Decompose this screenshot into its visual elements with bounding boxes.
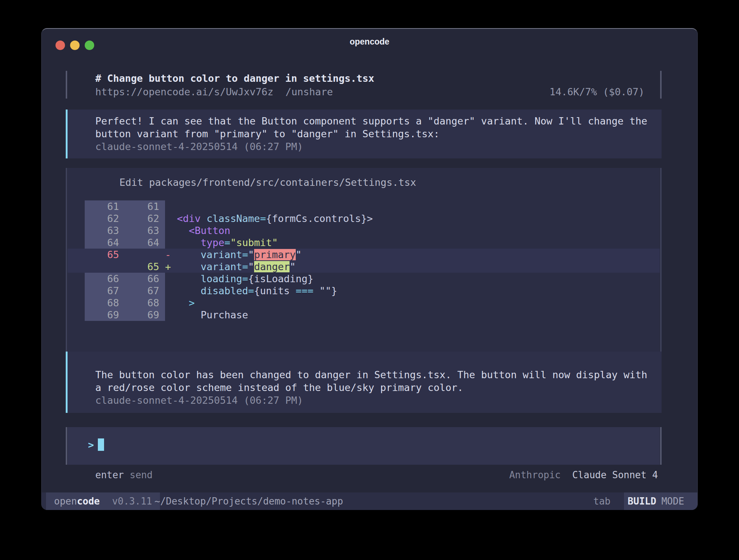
old-line-number: 67: [85, 285, 125, 297]
diff-right-rule: [660, 168, 662, 358]
new-line-number: 64: [125, 237, 165, 249]
new-line-number: 63: [125, 225, 165, 237]
old-line-number: 66: [85, 273, 125, 285]
message-meta: claude-sonnet-4-20250514 (06:27 PM): [95, 394, 662, 407]
diff-code-line: <div className={formCs.controls}>: [165, 212, 660, 225]
assistant-message: The button color has been changed to dan…: [66, 352, 662, 413]
diff-code-line: - variant="primary": [165, 249, 660, 261]
diff-code-line: + variant="danger": [165, 261, 660, 273]
mode-badge[interactable]: BUILDMODE: [624, 492, 697, 510]
old-line-number: 62: [85, 212, 125, 225]
diff-code-line: <Button: [165, 225, 660, 237]
old-line-number: 68: [85, 297, 125, 309]
session-header-left-rule: [66, 71, 67, 99]
old-line-number: 64: [85, 237, 125, 249]
app-name-code: code: [77, 496, 100, 507]
diff-rows: 61616262 <div className={formCs.controls…: [68, 200, 660, 321]
diff-row: 65+ variant="danger": [68, 261, 660, 273]
old-line-number: 69: [85, 309, 125, 321]
message-text-line: The button color has been changed to dan…: [95, 368, 662, 381]
status-bar: opencode v0.3.11 ~/Desktop/Projects/demo…: [42, 492, 697, 510]
prompt-symbol: >: [88, 439, 94, 450]
titlebar[interactable]: opencode: [42, 29, 697, 52]
diff-code-line: disabled={units === ""}: [165, 285, 660, 297]
diff-row: 6363 <Button: [68, 225, 660, 237]
window-title: opencode: [42, 37, 697, 47]
send-action-hint: send: [130, 469, 153, 482]
unshare-link[interactable]: /unshare: [286, 85, 333, 98]
diff-code-line: loading={isLoading}: [165, 273, 660, 285]
hint-row: enter send Anthropic Claude Sonnet 4: [95, 469, 658, 482]
diff-row: 6262 <div className={formCs.controls}>: [68, 212, 660, 225]
old-line-number: [85, 261, 125, 273]
session-title: # Change button color to danger in setti…: [95, 72, 644, 85]
diff-code-line: [165, 200, 660, 212]
input-left-rule: [66, 427, 67, 465]
enter-key-hint: enter: [95, 469, 124, 482]
session-header: # Change button color to danger in setti…: [66, 71, 662, 99]
new-line-number: 67: [125, 285, 165, 297]
new-line-number: 62: [125, 212, 165, 225]
diff-panel: Edit packages/frontend/src/containers/Se…: [68, 168, 660, 358]
cwd-path: ~/Desktop/Projects/demo-notes-app: [154, 492, 343, 510]
input-right-rule: [660, 427, 662, 465]
share-url-link[interactable]: https://opencode.ai/s/UwJxv76z: [95, 85, 273, 98]
input-field[interactable]: >: [68, 427, 660, 465]
diff-file-path: Edit packages/frontend/src/containers/Se…: [119, 176, 416, 189]
new-line-number: 69: [125, 309, 165, 321]
diff-left-rule: [66, 168, 67, 358]
diff-row: 6161: [68, 200, 660, 212]
diff-code-line: Purchase: [165, 309, 660, 321]
old-line-number: 65: [85, 249, 125, 261]
diff-row: 6666 loading={isLoading}: [68, 273, 660, 285]
provider-name: Anthropic: [509, 469, 561, 480]
tab-key-hint[interactable]: tab: [593, 492, 610, 510]
new-line-number: 66: [125, 273, 165, 285]
new-line-number: [125, 249, 165, 261]
new-line-number: 61: [125, 200, 165, 212]
context-stats: 14.6K/7% ($0.07): [550, 85, 644, 98]
diff-row: 6868 >: [68, 297, 660, 309]
old-line-number: 63: [85, 225, 125, 237]
model-name: Claude Sonnet 4: [572, 469, 658, 480]
assistant-message: Perfect! I can see that the Button compo…: [66, 110, 662, 158]
mode-bold: BUILD: [628, 496, 656, 507]
new-line-number: 68: [125, 297, 165, 309]
prompt-input[interactable]: >: [66, 427, 662, 465]
model-info: Anthropic Claude Sonnet 4: [509, 469, 658, 482]
diff-code-line: type="submit": [165, 237, 660, 249]
message-text-line: Perfect! I can see that the Button compo…: [95, 115, 662, 127]
app-version-badge: opencode v0.3.11: [46, 492, 160, 510]
diff-row: 6969 Purchase: [68, 309, 660, 321]
opencode-window: opencode # Change button color to danger…: [41, 28, 698, 510]
text-cursor: [98, 438, 104, 451]
diff-row: 6767 disabled={units === ""}: [68, 285, 660, 297]
diff-code-line: >: [165, 297, 660, 309]
message-text-line: button variant from "primary" to "danger…: [95, 127, 662, 140]
app-version: v0.3.11: [112, 496, 152, 507]
mode-rest: MODE: [661, 496, 684, 507]
message-text-line: a red/rose color scheme instead of the b…: [95, 381, 662, 394]
new-line-number: 65: [125, 261, 165, 273]
diff-row: 6464 type="submit": [68, 237, 660, 249]
old-line-number: 61: [85, 200, 125, 212]
message-meta: claude-sonnet-4-20250514 (06:27 PM): [95, 140, 662, 153]
diff-row: 65- variant="primary": [68, 249, 660, 261]
session-header-right-rule: [660, 71, 662, 99]
edit-tool-block: Edit packages/frontend/src/containers/Se…: [66, 168, 662, 358]
app-name-open: open: [54, 496, 77, 507]
